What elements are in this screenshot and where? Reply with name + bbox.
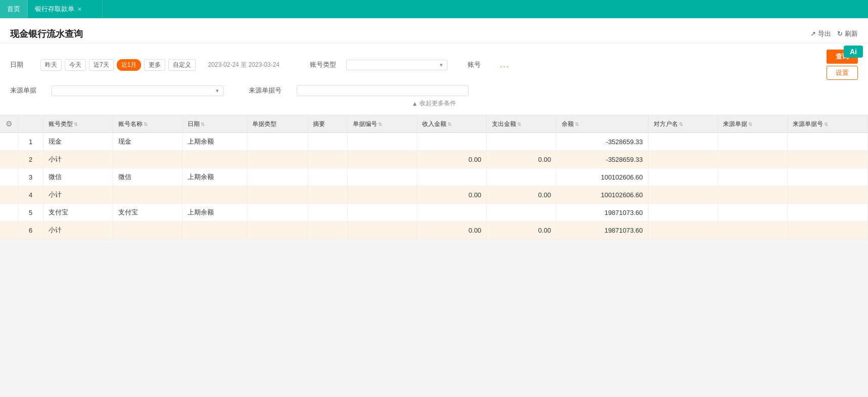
ai-badge[interactable]: Ai [844,46,863,58]
cell-source-doc-no [788,222,868,239]
refresh-button[interactable]: ↻ 刷新 [837,29,858,38]
table-container: ⚙ 账号类型⇅ 账号名称⇅ 日期⇅ 单据类型 摘要 单据编号⇅ 收入金额⇅ 支出… [0,115,868,239]
col-account-name[interactable]: 账号名称⇅ [113,115,182,133]
cell-num: 3 [18,168,43,186]
account-type-chevron-icon: ▾ [440,62,443,68]
cell-date: 上期余额 [182,168,247,186]
col-account-type[interactable]: 账号类型⇅ [43,115,113,133]
page-title: 现金银行流水查询 [10,28,83,40]
date-btn-近7天[interactable]: 近7天 [89,59,114,71]
col-expense[interactable]: 支出金额⇅ [487,115,557,133]
data-table: ⚙ 账号类型⇅ 账号名称⇅ 日期⇅ 单据类型 摘要 单据编号⇅ 收入金额⇅ 支出… [0,115,868,239]
table-row: 5 支付宝 支付宝 上期余额 19871073.60 [0,204,868,222]
cell-summary [308,151,347,168]
col-source-doc-no[interactable]: 来源单据号⇅ [788,115,868,133]
cell-date [182,186,247,204]
cell-action [0,204,18,222]
cell-doc-no [347,222,417,239]
col-gear[interactable]: ⚙ [0,115,18,133]
cell-expense [487,204,557,222]
cell-expense: 0.00 [487,186,557,204]
cell-doc-type [247,222,307,239]
col-source-doc[interactable]: 来源单据⇅ [718,115,788,133]
filter-row-2: 来源单据 ▾ 来源单据号 [10,85,858,96]
table-row: 4 小计 0.00 0.00 100102606.60 [0,186,868,204]
cell-source-doc [718,186,788,204]
date-range-display: 2023-02-24 至 2023-03-24 [208,61,279,69]
date-btn-自定义[interactable]: 自定义 [168,59,196,71]
nav-tabs-container: 收款单✕付款单✕其他收入单✕应收应付调整单✕银行存取款单✕预收冲应收单✕收款核销… [28,0,103,18]
table-body: 1 现金 现金 上期余额 -3528659.33 2 小计 0.00 0.00 … [0,133,868,239]
account-label: 账号 [468,60,488,69]
cell-balance: 100102606.60 [556,186,648,204]
page-header: 现金银行流水查询 ↗ 导出 ↻ 刷新 [0,18,868,43]
cell-action [0,186,18,204]
cell-source-doc [718,204,788,222]
settings-button[interactable]: 设置 [827,66,858,80]
cell-balance: -3528659.33 [556,133,648,151]
cell-account-type: 支付宝 [43,204,113,222]
cell-income [417,168,487,186]
cell-date: 上期余额 [182,204,247,222]
cell-summary [308,168,347,186]
cell-source-doc-no [788,204,868,222]
cell-action [0,222,18,239]
refresh-icon: ↻ [837,30,843,37]
date-btn-今天[interactable]: 今天 [65,59,86,71]
cell-expense [487,133,557,151]
cell-expense [487,168,557,186]
cell-balance: 100102606.60 [556,168,648,186]
table-header: ⚙ 账号类型⇅ 账号名称⇅ 日期⇅ 单据类型 摘要 单据编号⇅ 收入金额⇅ 支出… [0,115,868,133]
cell-account-name [113,151,182,168]
account-type-select[interactable]: ▾ [346,60,447,70]
col-date[interactable]: 日期⇅ [182,115,247,133]
cell-summary [308,204,347,222]
cell-date [182,151,247,168]
cell-counterparty [648,133,718,151]
cell-action [0,168,18,186]
cell-account-name: 微信 [113,168,182,186]
source-doc-chevron-icon: ▾ [216,87,219,94]
cell-doc-no [347,168,417,186]
col-doc-type: 单据类型 [247,115,307,133]
nav-tab-label: 银行存取款单 [35,5,74,14]
gear-icon[interactable]: ⚙ [6,119,12,128]
col-doc-no[interactable]: 单据编号⇅ [347,115,417,133]
top-nav: 首页 收款单✕付款单✕其他收入单✕应收应付调整单✕银行存取款单✕预收冲应收单✕收… [0,0,868,18]
cell-balance: 19871073.60 [556,222,648,239]
cell-income: 0.00 [417,222,487,239]
col-counterparty[interactable]: 对方户名⇅ [648,115,718,133]
cell-action [0,151,18,168]
source-doc-select[interactable]: ▾ [52,85,223,96]
cell-doc-type [247,204,307,222]
date-btn-更多[interactable]: 更多 [144,59,165,71]
cell-num: 1 [18,133,43,151]
filter-row-1: 日期 昨天今天近7天近1月更多自定义 2023-02-24 至 2023-03-… [10,50,858,80]
cell-summary [308,133,347,151]
col-balance[interactable]: 余额⇅ [556,115,648,133]
cell-date [182,222,247,239]
account-dots-button[interactable]: ... [498,60,512,69]
cell-doc-no [347,186,417,204]
date-btn-近1月[interactable]: 近1月 [117,59,142,71]
collapse-label: 收起更多条件 [420,99,456,108]
cell-account-type: 微信 [43,168,113,186]
cell-income: 0.00 [417,186,487,204]
cell-counterparty [648,151,718,168]
cell-account-type: 小计 [43,151,113,168]
cell-counterparty [648,168,718,186]
date-btn-昨天[interactable]: 昨天 [40,59,62,71]
nav-tab-4[interactable]: 银行存取款单✕ [28,0,103,18]
cell-income [417,133,487,151]
source-doc-no-input[interactable] [297,85,469,96]
cell-balance: 19871073.60 [556,204,648,222]
collapse-button[interactable]: ▲ 收起更多条件 [412,99,456,108]
col-income[interactable]: 收入金额⇅ [417,115,487,133]
table-row: 6 小计 0.00 0.00 19871073.60 [0,222,868,239]
cell-source-doc [718,133,788,151]
cell-date: 上期余额 [182,133,247,151]
nav-tab-close-icon[interactable]: ✕ [77,6,82,13]
header-actions: ↗ 导出 ↻ 刷新 [810,29,858,38]
nav-home[interactable]: 首页 [0,0,28,18]
export-button[interactable]: ↗ 导出 [810,29,831,38]
